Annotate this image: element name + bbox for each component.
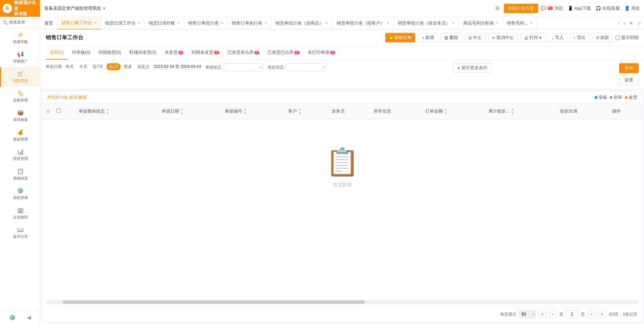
sort-icon-amount[interactable]: ▲▼ xyxy=(443,107,448,116)
tab-close-sales-stat-staff[interactable]: ✕ xyxy=(452,21,455,25)
col-header-received[interactable]: 累计收款...▲▼ xyxy=(486,104,557,119)
tab-close-sales-stat-product[interactable]: ✕ xyxy=(326,21,328,25)
date-option-last7[interactable]: 近7天 xyxy=(91,63,105,70)
export-btn[interactable]: ↑ 导出 xyxy=(570,33,590,42)
tab-close-sales-stats[interactable]: ✕ xyxy=(221,21,223,25)
smart-gen-btn[interactable]: ★ 智能生单 xyxy=(385,33,415,42)
filter-tab-wangpu-ship[interactable]: 旺铺待发货(0) xyxy=(125,46,161,59)
tab-sales-workbench[interactable]: 销售订单工作台✕ xyxy=(57,17,101,30)
tab-close-cash-reconcile[interactable]: ✕ xyxy=(177,21,180,25)
user-item[interactable]: 👤 用友 xyxy=(625,5,640,11)
tab-close-sales-more[interactable]: ✕ xyxy=(530,21,533,25)
tab-close-sales-stat-customer[interactable]: ✕ xyxy=(387,21,389,25)
last-page-btn[interactable]: » xyxy=(598,311,606,318)
expand-conditions-btn[interactable]: ▾ 展开更多条件 xyxy=(453,63,492,73)
date-option-more[interactable]: 更多 xyxy=(122,63,134,70)
tab-home[interactable]: 首页 xyxy=(40,17,57,30)
settings-btn[interactable]: 设置 xyxy=(619,75,639,85)
col-header-number[interactable]: 单据编号▲▼ xyxy=(222,104,285,119)
app-download-item[interactable]: 📱 App下载 xyxy=(568,5,591,11)
sidebar-item-basic[interactable]: 📋 基础信息 xyxy=(0,165,40,184)
tab-cash-daily[interactable]: 钱货日清工作台✕ xyxy=(101,17,145,30)
filter-tab-not-printed[interactable]: 未打印单据0 xyxy=(304,46,340,59)
filter-tab-all[interactable]: 全部(0) xyxy=(46,46,68,59)
tab-sales-stat-product[interactable]: 销货单统计表（按商品）✕ xyxy=(271,17,333,30)
filter-tab-shipped-warehoused[interactable]: 已发货已出库0 xyxy=(263,46,304,59)
tab-profit-analysis[interactable]: 商品毛利分析表✕ xyxy=(459,17,503,30)
col-header-amount[interactable]: 订单金额▲▼ xyxy=(423,104,486,119)
page-size-select[interactable]: 102050100 xyxy=(519,311,535,318)
filter-tab-pending-inspect[interactable]: 待拣验货(0) xyxy=(94,46,125,59)
scrollbar-thumb[interactable] xyxy=(62,300,365,304)
collapse-icon[interactable]: ◀ xyxy=(27,314,31,321)
tab-close-all-btn[interactable]: ✕ xyxy=(628,20,635,27)
sidebar-item-sales[interactable]: 🛒 销售管理 xyxy=(0,67,40,87)
unreview-action[interactable]: 弃审 xyxy=(610,94,622,100)
sort-icon-number[interactable]: ▲▼ xyxy=(243,107,247,116)
topbar-dropdown-icon[interactable]: ▾ xyxy=(103,6,105,11)
tab-sales-more[interactable]: 销售毛利...✕ xyxy=(503,17,537,30)
sidebar-item-newbie[interactable]: 📖 新手引导 xyxy=(0,223,40,243)
topbar-gear-icon[interactable]: ⚙ xyxy=(495,5,500,11)
sidebar-item-finance[interactable]: 💰 资金管理 xyxy=(0,126,40,145)
show-detail-toggle[interactable]: 显示明细 xyxy=(615,35,639,41)
col-header-date[interactable]: 单据日期▲▼ xyxy=(159,104,222,119)
sort-icon-date[interactable]: ▲▼ xyxy=(180,107,184,116)
tab-next-btn[interactable]: › xyxy=(622,20,627,27)
sidebar-item-quick-nav[interactable]: ⚡ 快捷导航 xyxy=(0,28,40,48)
ship-action[interactable]: 发货 xyxy=(625,94,637,100)
sidebar-item-operations[interactable]: 📊 经营管理 xyxy=(0,145,40,165)
print-btn[interactable]: 🖨 打印 ▾ xyxy=(520,33,545,42)
industry-btn[interactable]: 体验行业方案 xyxy=(504,4,538,13)
page-input[interactable] xyxy=(566,311,578,318)
review-action[interactable]: 审核 xyxy=(595,94,607,100)
tab-sales-exec[interactable]: 销售订单执行表✕ xyxy=(228,17,271,30)
sidebar-item-inventory[interactable]: 📦 库存核算 xyxy=(0,106,40,126)
date-option-yesterday[interactable]: 昨天 xyxy=(64,63,76,70)
tab-sales-stats[interactable]: 销售订单统计表✕ xyxy=(184,17,228,30)
pay-status-select[interactable] xyxy=(286,63,326,71)
date-option-1month[interactable]: 近1月 xyxy=(106,63,121,70)
filter-tab-pending-review[interactable]: 待审核(0) xyxy=(68,46,94,59)
sidebar-item-system[interactable]: ⚙️ 系统管理 xyxy=(0,184,40,204)
stop-btn[interactable]: ⊘ 中止 xyxy=(465,33,485,42)
col-header-customer[interactable]: 客户▲▼ xyxy=(286,104,329,119)
cancel-stop-btn[interactable]: ↩ 取消中止 xyxy=(488,33,518,42)
new-btn[interactable]: + 新增 xyxy=(418,33,438,42)
filter-tab-shipped-not-warehoused[interactable]: 已发货未出库0 xyxy=(223,46,264,59)
tab-sales-stat-customer[interactable]: 销货单统计表（按客户）✕ xyxy=(333,17,394,30)
gear-col-icon[interactable]: ⚙ xyxy=(46,109,50,114)
tab-close-sales-workbench[interactable]: ✕ xyxy=(94,21,97,25)
horizontal-scrollbar[interactable] xyxy=(46,300,639,304)
sort-icon-customer[interactable]: ▲▼ xyxy=(298,107,302,116)
date-option-custom[interactable]: 自定义 xyxy=(135,63,152,70)
tab-close-cash-daily[interactable]: ✕ xyxy=(138,21,140,25)
sidebar-item-purchase[interactable]: 🏷️ 采购管理 xyxy=(0,87,40,106)
sidebar-item-enterprise[interactable]: 🏢 企业协同 xyxy=(0,204,40,223)
tab-prev-btn[interactable]: ‹ xyxy=(617,20,621,27)
tab-close-profit-analysis[interactable]: ✕ xyxy=(496,21,499,25)
refresh-btn[interactable]: ↺ 刷新 xyxy=(592,33,613,42)
status-select[interactable] xyxy=(223,63,264,71)
sort-icon-received[interactable]: ▲▼ xyxy=(510,107,515,116)
online-service-item[interactable]: 🎧 在线客服 xyxy=(596,5,620,11)
tab-expand-btn[interactable]: ⤢ xyxy=(636,20,643,27)
tab-sales-stat-staff[interactable]: 销货单统计表（按业务员）✕ xyxy=(394,17,459,30)
date-option-today[interactable]: 今天 xyxy=(77,63,89,70)
delete-btn[interactable]: 🗑 删除 xyxy=(440,33,462,42)
prev-page-btn[interactable]: ‹ xyxy=(549,311,557,318)
select-all-checkbox[interactable] xyxy=(56,109,61,113)
col-header-status[interactable]: 单据整体状态▲▼ xyxy=(76,104,159,119)
first-page-btn[interactable]: « xyxy=(538,311,547,318)
sidebar-item-marketing[interactable]: 📢 营销推广 xyxy=(0,48,40,67)
import-btn[interactable]: ↓ 导入 xyxy=(548,33,567,42)
settings-icon[interactable]: ⚙️ xyxy=(9,314,16,321)
filter-tab-expired-not-shipped[interactable]: 到期未发货0 xyxy=(187,46,223,59)
sidebar-search[interactable]: 🔍 搜索菜单 xyxy=(0,17,40,28)
filter-tab-not-shipped[interactable]: 未发货0 xyxy=(161,46,188,59)
show-detail-checkbox[interactable] xyxy=(615,36,620,40)
query-btn[interactable]: 查询 xyxy=(619,63,639,73)
tab-cash-reconcile[interactable]: 钱货日清对账✕ xyxy=(145,17,184,30)
next-page-btn[interactable]: › xyxy=(588,311,595,318)
sort-icon-status[interactable]: ▲▼ xyxy=(105,107,110,116)
